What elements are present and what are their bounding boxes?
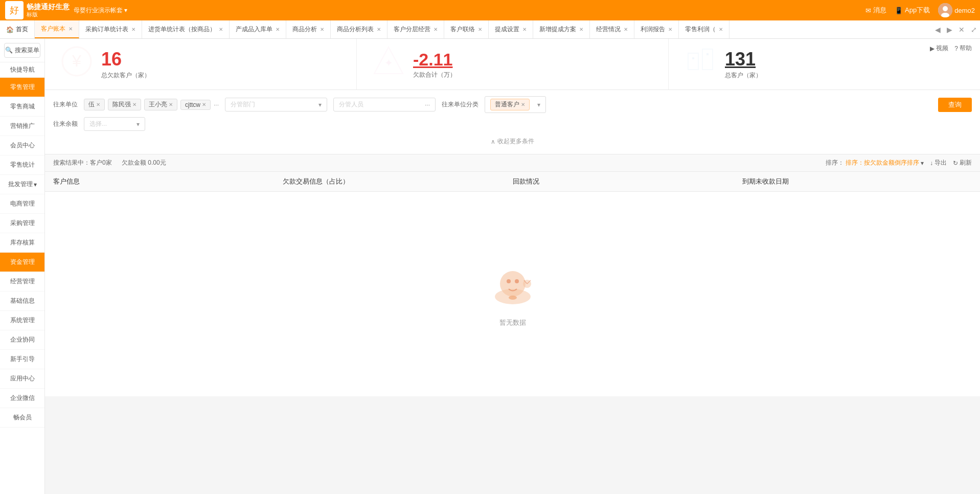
sidebar-item-retail-mall[interactable]: 零售商城: [0, 97, 44, 117]
message-icon: ✉: [865, 7, 871, 14]
person-more-icon: ···: [425, 101, 430, 108]
stats-bar-actions: ▶ 视频 ? 帮助: [930, 44, 972, 53]
tab-purchase-summary[interactable]: 采购订单统计表 ✕: [79, 20, 142, 38]
tab-profit-report[interactable]: 利润报告 ✕: [634, 20, 679, 38]
unit-class-tag-close-icon[interactable]: ✕: [521, 102, 525, 107]
tab-purchase-close-icon[interactable]: ✕: [131, 27, 135, 32]
tab-promotion-settings[interactable]: 提成设置 ✕: [489, 20, 533, 38]
top-bar-right: ✉ 消息 📱 App下载 demo2: [865, 3, 975, 17]
tag-3-close-icon[interactable]: ✕: [202, 102, 206, 107]
sidebar-item-capital[interactable]: 资金管理: [0, 253, 44, 272]
sidebar-item-new-guide[interactable]: 新手引导: [0, 350, 44, 369]
tab-instock-summary[interactable]: 进货单统计表（按商品） ✕: [142, 20, 230, 38]
tab-promotion-close-icon[interactable]: ✕: [522, 27, 527, 32]
help-btn[interactable]: ? 帮助: [954, 44, 972, 53]
export-icon: ↓: [930, 160, 933, 167]
sidebar-item-enterprise[interactable]: 企业协同: [0, 330, 44, 350]
sidebar-item-quick-nav[interactable]: 快捷导航: [0, 62, 44, 78]
nav-expand-btn[interactable]: ⤢: [968, 26, 980, 34]
sidebar-item-enterprise-wechat[interactable]: 企业微信: [0, 389, 44, 408]
video-help-btn[interactable]: ▶ 视频: [930, 44, 948, 53]
tab-profit-label: 利润报告: [641, 25, 665, 34]
unit-class-select[interactable]: 普通客户 ✕ ▾: [485, 96, 546, 113]
tab-contact-close-icon[interactable]: ✕: [478, 27, 482, 32]
stat-debt-customers: ¥ 16 总欠款客户（家）: [45, 39, 357, 89]
collapse-more-btn[interactable]: ∧ 收起更多条件: [53, 135, 972, 148]
sort-arrow-icon: ▾: [921, 160, 924, 167]
sidebar-item-basic-info[interactable]: 基础信息: [0, 291, 44, 311]
sidebar-item-retail-stats[interactable]: 零售统计: [0, 155, 44, 175]
sidebar-item-retail[interactable]: 零售管理: [0, 78, 44, 97]
tab-add-plan-close-icon[interactable]: ✕: [579, 27, 583, 32]
unit-class-tag: 普通客户 ✕: [490, 99, 530, 110]
tab-add-plan-label: 新增提成方案: [539, 25, 576, 34]
tab-instock-close-icon[interactable]: ✕: [219, 27, 223, 32]
debt-amount-icon: ✦: [372, 45, 405, 83]
chevron-down-icon: ▾: [34, 181, 37, 188]
app-label: App下载: [905, 6, 930, 15]
tab-cost-instock[interactable]: 产成品入库单 ✕: [230, 20, 286, 38]
tab-profit-close-icon[interactable]: ✕: [668, 27, 672, 32]
tab-customer-contact[interactable]: 客户联络 ✕: [444, 20, 489, 38]
logo-text: 畅捷通好生意 标版: [27, 3, 70, 18]
sidebar-item-marketing[interactable]: 营销推广: [0, 117, 44, 136]
nav-next-btn[interactable]: ▶: [944, 26, 955, 34]
sidebar-search-area: 🔍 搜索菜单: [0, 39, 44, 62]
tab-retail-profit-close-icon[interactable]: ✕: [719, 27, 723, 32]
tab-business-close-icon[interactable]: ✕: [624, 27, 628, 32]
user-profile[interactable]: demo2: [938, 3, 975, 17]
tab-home[interactable]: 🏠 首页: [0, 20, 35, 38]
svg-rect-9: [692, 57, 694, 59]
tab-customer-segment[interactable]: 客户分层经营 ✕: [388, 20, 444, 38]
tab-instock-label: 进货单统计表（按商品）: [148, 25, 216, 34]
app-download-btn[interactable]: 📱 App下载: [895, 6, 930, 15]
tab-accounts[interactable]: 客户账本 ✕: [35, 20, 79, 38]
sidebar-item-system[interactable]: 系统管理: [0, 311, 44, 330]
person-select[interactable]: 分管人员 ···: [333, 98, 436, 111]
table-body: 暂无数据: [45, 192, 980, 396]
message-btn[interactable]: ✉ 消息: [865, 6, 886, 15]
logo-icon: 好: [5, 1, 24, 19]
tab-customer-segment-label: 客户分层经营: [394, 25, 430, 34]
chevron-up-icon: ∧: [491, 138, 495, 145]
nav-prev-btn[interactable]: ◀: [932, 26, 944, 34]
tab-segment-close-icon[interactable]: ✕: [434, 27, 438, 32]
tab-goods-analysis-list[interactable]: 商品分析列表 ✕: [331, 20, 388, 38]
tab-accounts-close-icon[interactable]: ✕: [69, 26, 73, 32]
col-overdue-date: 到期未收款日期: [742, 177, 972, 186]
sidebar-item-ecommerce[interactable]: 电商管理: [0, 194, 44, 214]
sidebar-item-member[interactable]: 会员中心: [0, 136, 44, 155]
sidebar-item-purchase[interactable]: 采购管理: [0, 214, 44, 233]
tag-1-close-icon[interactable]: ✕: [132, 102, 136, 107]
search-menu-btn[interactable]: 🔍 搜索菜单: [4, 43, 40, 58]
tab-business-status[interactable]: 经营情况 ✕: [590, 20, 634, 38]
tab-add-plan[interactable]: 新增提成方案 ✕: [533, 20, 590, 38]
tab-goods-analysis-close-icon[interactable]: ✕: [320, 27, 324, 32]
logo-line1: 畅捷通好生意: [27, 3, 70, 11]
stats-bar: ¥ 16 总欠款客户（家） ✦ -2.11 欠款合计（万）: [45, 39, 980, 90]
tag-0-close-icon[interactable]: ✕: [96, 102, 100, 107]
stat-total-customers-values: 131 总客户（家）: [725, 49, 762, 80]
query-btn[interactable]: 查询: [938, 98, 972, 112]
svg-rect-7: [688, 53, 698, 70]
sidebar-item-wholesale[interactable]: 批发管理 ▾: [0, 175, 44, 194]
debt-customers-icon: ¥: [60, 45, 93, 83]
sidebar-item-inventory[interactable]: 库存核算: [0, 233, 44, 253]
balance-input[interactable]: 选择... ▾: [84, 117, 145, 131]
export-btn[interactable]: ↓ 导出: [930, 159, 947, 167]
tab-goods-analysis[interactable]: 商品分析 ✕: [286, 20, 331, 38]
account-dropdown[interactable]: 母婴行业演示帐套 ▾: [74, 6, 127, 15]
filter-unit-tags: 伍 ✕ 陈民强 ✕ 王小亮 ✕ cjttcw ✕ ···: [84, 99, 219, 110]
sidebar-item-app-center[interactable]: 应用中心: [0, 369, 44, 389]
tab-cost-close-icon[interactable]: ✕: [276, 27, 280, 32]
tag-2-close-icon[interactable]: ✕: [169, 102, 173, 107]
result-bar-actions: 排序： 排序：按欠款金额倒序排序 ▾ ↓ 导出 ↻ 刷新: [826, 159, 972, 167]
tab-goods-list-close-icon[interactable]: ✕: [377, 27, 381, 32]
dept-select[interactable]: 分管部门 ▾: [225, 98, 327, 111]
refresh-btn[interactable]: ↻ 刷新: [953, 159, 972, 167]
sidebar-item-operation[interactable]: 经营管理: [0, 272, 44, 291]
nav-close-all-btn[interactable]: ✕: [955, 26, 968, 34]
unit-more-btn[interactable]: ···: [214, 101, 219, 108]
tab-retail-profit[interactable]: 零售利润（ ✕: [679, 20, 730, 38]
sidebar-item-vip-member[interactable]: 畅会员: [0, 408, 44, 428]
